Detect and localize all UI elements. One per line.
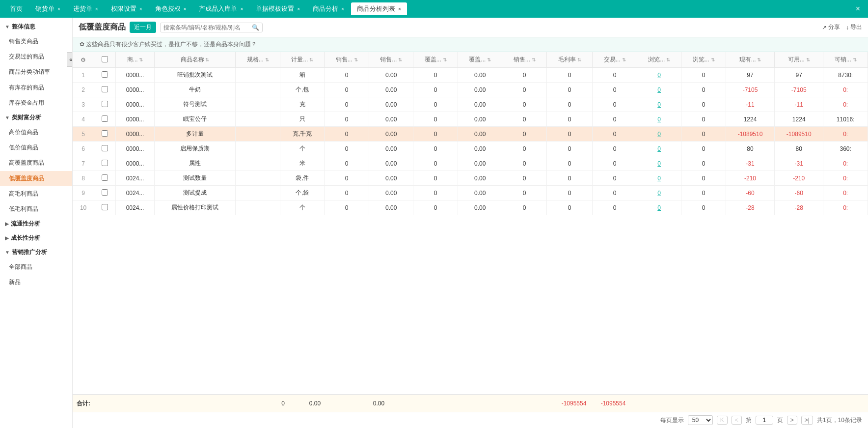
view-link[interactable]: 0: [637, 127, 681, 142]
table-row: 50000...多计量克,千克00.0000.0000000-1089510-1…: [73, 127, 868, 142]
col-header-view2[interactable]: 浏览... ⇅: [681, 52, 726, 68]
sidebar-item-高价值商品[interactable]: 高价值商品: [0, 125, 72, 140]
sidebar-item-全部商品[interactable]: 全部商品: [0, 259, 72, 275]
topnav-item-首页[interactable]: 首页: [4, 2, 28, 15]
first-page-button[interactable]: K: [717, 416, 728, 425]
view-link[interactable]: 0: [637, 171, 681, 186]
col-header-unit[interactable]: 计量... ⇅: [280, 52, 325, 68]
view-link[interactable]: 0: [637, 112, 681, 127]
row-checkbox[interactable]: [102, 204, 108, 210]
table-cell: 0: [413, 200, 458, 215]
per-page-select[interactable]: 2050100200: [688, 415, 713, 425]
page-input[interactable]: [756, 416, 773, 425]
sidebar-item-销售类商品[interactable]: 销售类商品: [0, 34, 72, 49]
view-link[interactable]: 0: [637, 97, 681, 112]
col-header-stock_saleable[interactable]: 可销... ⇅: [823, 52, 868, 68]
total-cell: [135, 400, 162, 407]
col-header-trade[interactable]: 交易... ⇅: [593, 52, 637, 68]
row-checkbox[interactable]: [102, 174, 108, 181]
topnav-item-商品分析列表[interactable]: 商品分析列表 ×: [351, 2, 407, 15]
window-close-button[interactable]: ×: [852, 4, 864, 13]
sidebar-item-高毛利商品[interactable]: 高毛利商品: [0, 186, 72, 201]
row-checkbox[interactable]: [102, 71, 108, 78]
table-cell: 0.00: [369, 112, 413, 127]
view-link[interactable]: 0: [637, 83, 681, 97]
row-checkbox[interactable]: [102, 145, 108, 151]
col-header-view1[interactable]: 浏览... ⇅: [637, 52, 681, 68]
topnav-item-权限设置[interactable]: 权限设置 ×: [105, 2, 148, 15]
col-header-gross_rate[interactable]: 毛利率 ⇅: [546, 52, 592, 68]
sidebar-item-低覆盖度商品[interactable]: 低覆盖度商品: [0, 171, 72, 186]
search-input[interactable]: [163, 24, 252, 31]
content-area: 低覆盖度商品 近一月 🔍 ↗ 分享 ↓ 导出: [73, 18, 868, 428]
view-link[interactable]: 0: [637, 186, 681, 200]
topnav-item-单据模板设置[interactable]: 单据模板设置 ×: [250, 2, 306, 15]
table-row: 70000...属性米00.0000.0000000-31-310:: [73, 156, 868, 171]
sidebar-group3[interactable]: ▶ 流通性分析: [0, 217, 72, 231]
sidebar-group-overall[interactable]: ▼ 整体信息: [0, 20, 72, 34]
tab-close-icon[interactable]: ×: [341, 6, 344, 12]
settings-icon[interactable]: ⚙: [81, 57, 86, 63]
export-button[interactable]: ↓ 导出: [846, 23, 862, 31]
prev-page-button[interactable]: <: [732, 416, 742, 425]
sidebar-group2-label: 类财富分析: [12, 114, 41, 122]
row-checkbox[interactable]: [102, 86, 108, 92]
tab-close-icon[interactable]: ×: [184, 6, 187, 12]
col-header-sale_amount[interactable]: 销售... ⇅: [369, 52, 413, 68]
tab-close-icon[interactable]: ×: [240, 6, 243, 12]
table-cell: 0.00: [458, 186, 502, 200]
col-header-name[interactable]: 商品名称 ⇅: [154, 52, 236, 68]
col-header-cover2[interactable]: 覆盖... ⇅: [458, 52, 502, 68]
col-header-spec[interactable]: 规格... ⇅: [236, 52, 280, 68]
sidebar-group4[interactable]: ▶ 成长性分析: [0, 231, 72, 245]
topnav-item-销货单[interactable]: 销货单 ×: [29, 2, 66, 15]
row-checkbox[interactable]: [102, 130, 108, 137]
sidebar-item-高覆盖度商品[interactable]: 高覆盖度商品: [0, 155, 72, 171]
sidebar-item-有库存的商品[interactable]: 有库存的商品: [0, 80, 72, 95]
tab-close-icon[interactable]: ×: [139, 6, 142, 12]
tab-close-icon[interactable]: ×: [297, 6, 300, 12]
col-header-checkbox[interactable]: [94, 52, 116, 68]
tab-close-icon[interactable]: ×: [57, 6, 60, 12]
sidebar-item-商品分类动销率[interactable]: 商品分类动销率: [0, 64, 72, 80]
col-header-stock_usable[interactable]: 可用... ⇅: [775, 52, 823, 68]
sidebar-group5[interactable]: ▼ 营销推广分析: [0, 245, 72, 259]
topnav-item-产成品入库单[interactable]: 产成品入库单 ×: [193, 2, 249, 15]
row-checkbox[interactable]: [102, 115, 108, 122]
topnav-item-角色授权[interactable]: 角色授权 ×: [149, 2, 192, 15]
table-cell: 0: [681, 112, 726, 127]
sidebar-item-库存资金占用[interactable]: 库存资金占用: [0, 95, 72, 111]
sidebar-item-交易过的商品[interactable]: 交易过的商品: [0, 49, 72, 64]
tab-close-icon[interactable]: ×: [398, 6, 401, 12]
search-box[interactable]: 🔍: [160, 23, 263, 32]
col-header-code[interactable]: 商... ⇅: [116, 52, 155, 68]
view-link[interactable]: 0: [637, 200, 681, 215]
last-page-button[interactable]: >|: [801, 416, 813, 425]
select-all-checkbox[interactable]: [102, 56, 108, 62]
sidebar-collapse-button[interactable]: «: [67, 52, 73, 67]
next-page-button[interactable]: >: [787, 416, 797, 425]
topnav-item-进货单[interactable]: 进货单 ×: [67, 2, 104, 15]
tab-close-icon[interactable]: ×: [95, 6, 98, 12]
view-link[interactable]: 0: [637, 156, 681, 171]
topnav-item-商品分析[interactable]: 商品分析 ×: [307, 2, 350, 15]
row-checkbox[interactable]: [102, 160, 108, 166]
row-checkbox[interactable]: [102, 101, 108, 107]
col-header-settings[interactable]: ⚙: [73, 52, 94, 68]
search-icon[interactable]: 🔍: [252, 24, 259, 31]
sidebar-item-低价值商品[interactable]: 低价值商品: [0, 140, 72, 155]
view-link[interactable]: 0: [637, 68, 681, 83]
table-cell: 11016:: [823, 112, 868, 127]
row-checkbox[interactable]: [102, 189, 108, 196]
col-header-stock_current[interactable]: 现有... ⇅: [726, 52, 774, 68]
col-header-sale3[interactable]: 销售... ⇅: [502, 52, 547, 68]
col-header-cover1[interactable]: 覆盖... ⇅: [413, 52, 458, 68]
sidebar-item-低毛利商品[interactable]: 低毛利商品: [0, 201, 72, 217]
table-cell: 0: [593, 200, 637, 215]
col-header-sale_count[interactable]: 销售... ⇅: [325, 52, 369, 68]
sidebar-group2[interactable]: ▼ 类财富分析: [0, 111, 72, 125]
view-link[interactable]: 0: [637, 142, 681, 156]
sidebar-item-新品[interactable]: 新品: [0, 275, 72, 290]
share-button[interactable]: ↗ 分享: [822, 23, 840, 31]
period-button[interactable]: 近一月: [130, 22, 156, 33]
